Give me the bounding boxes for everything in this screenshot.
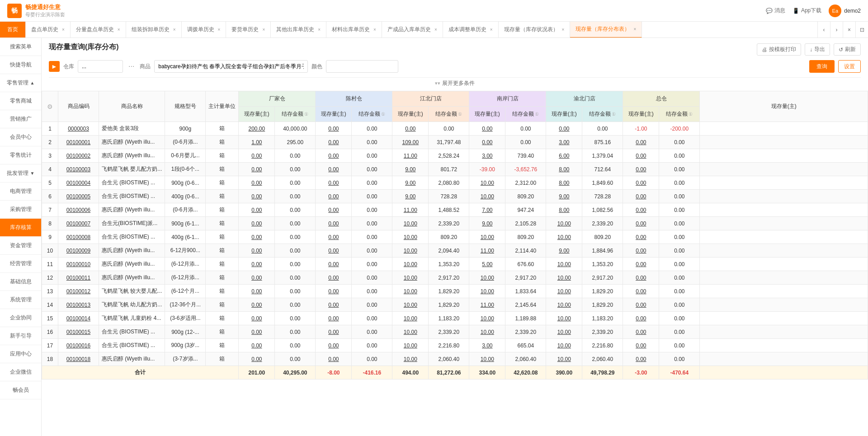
- cell-factory-amt: 0.00: [275, 339, 316, 352]
- messages-btn[interactable]: 💬 消息: [766, 7, 785, 14]
- cell-chenjia-qty: 0.00: [316, 163, 352, 176]
- tab-stock-status[interactable]: 现存量（库存状况表） ×: [499, 22, 571, 38]
- sidebar-item-quick-nav[interactable]: 快捷导航: [0, 56, 41, 74]
- close-icon[interactable]: ×: [318, 27, 321, 32]
- tab-cost-adjust[interactable]: 成本调整单历史 ×: [443, 22, 499, 38]
- cell-spec: (0-6月添...: [165, 203, 206, 217]
- cell-jiangbei-qty: 10.00: [392, 258, 429, 271]
- logo-title: 畅捷通好生意: [25, 3, 65, 11]
- sidebar-item-fund[interactable]: 资金管理: [0, 237, 41, 255]
- export-btn[interactable]: ↓ 导出: [805, 43, 830, 56]
- tab-prev-btn[interactable]: ‹: [817, 22, 830, 38]
- close-icon[interactable]: ×: [373, 27, 376, 32]
- sidebar-item-ops[interactable]: 经营管理: [0, 255, 41, 273]
- sidebar-item-search[interactable]: 搜索英单: [0, 38, 41, 56]
- cell-yubeimen-amt: 2,216.80: [582, 339, 623, 352]
- cell-jiangbei-qty: 10.00: [392, 312, 429, 325]
- cell-nanan-amt: 809.20: [505, 230, 546, 244]
- close-icon[interactable]: ×: [434, 27, 437, 32]
- cell-chenjia-amt: 0.00: [352, 244, 392, 258]
- sidebar-item-retail-stats[interactable]: 零售统计: [0, 146, 41, 164]
- tab-count-single[interactable]: 盘点单历史 ×: [26, 22, 71, 38]
- cell-code: 00100012: [58, 285, 99, 298]
- close-icon[interactable]: ×: [262, 27, 265, 32]
- cell-unit: 箱: [206, 203, 239, 217]
- query-btn[interactable]: 查询: [809, 60, 835, 73]
- sidebar-item-retail-mall[interactable]: 零售商城: [0, 92, 41, 110]
- cell-spec: 900g (3岁...: [165, 339, 206, 352]
- sidebar-item-sys[interactable]: 系统管理: [0, 291, 41, 309]
- tab-stock-dist[interactable]: 现存量（库存分布表） ×: [570, 22, 642, 38]
- tab-material-out[interactable]: 材料出库单历史 ×: [326, 22, 382, 38]
- logo-icon: 畅: [7, 4, 22, 18]
- cell-seq: 11: [42, 258, 58, 271]
- cell-total-amt: 0.00: [659, 271, 700, 285]
- tab-home[interactable]: 首页: [0, 22, 26, 38]
- tab-product-in[interactable]: 产成品入库单历史 ×: [382, 22, 443, 38]
- cell-yubeimen-amt: 2,060.40: [582, 352, 623, 366]
- settings-gear-icon[interactable]: ⚙: [47, 103, 53, 110]
- sidebar-item-stock-check[interactable]: 库存核算: [0, 219, 41, 237]
- settings-btn[interactable]: 设置: [838, 60, 861, 73]
- sidebar-item-app-center[interactable]: 应用中心: [0, 345, 41, 363]
- cell-yubeimen-qty: 9.00: [546, 244, 582, 258]
- sidebar-item-corp-wechat[interactable]: 企业微信: [0, 363, 41, 381]
- sidebar-item-marketing[interactable]: 营销推广: [0, 110, 41, 128]
- cell-spec: (3-7岁添...: [165, 352, 206, 366]
- cell-unit: 箱: [206, 258, 239, 271]
- filter-area: ► 仓库 ··· 商品 颜色 查询 设置: [49, 60, 861, 77]
- sidebar-item-member[interactable]: 会员中心: [0, 128, 41, 146]
- sidebar-item-purchase[interactable]: 采购管理: [0, 201, 41, 219]
- cell-total-amt: 0.00: [659, 163, 700, 176]
- sidebar-item-corp-collab[interactable]: 企业协同: [0, 309, 41, 327]
- tab-close-btn[interactable]: ×: [843, 22, 855, 38]
- cell-extra-qty: [700, 271, 868, 285]
- close-icon[interactable]: ×: [173, 27, 176, 32]
- cell-total-qty: 0.00: [623, 149, 659, 163]
- cell-jiangbei-amt: 2,528.24: [429, 149, 469, 163]
- cell-seq: 18: [42, 352, 58, 366]
- sidebar-item-ecom[interactable]: 电商管理: [0, 183, 41, 201]
- info-icon: ①: [304, 112, 308, 117]
- cell-unit: 箱: [206, 312, 239, 325]
- sidebar-item-vip[interactable]: 畅会员: [0, 381, 41, 399]
- summary-label: 合计: [42, 366, 239, 380]
- sidebar-item-new-guide[interactable]: 新手引导: [0, 327, 41, 345]
- cell-factory-qty: 0.00: [239, 217, 275, 230]
- tab-demand[interactable]: 要货单历史 ×: [226, 22, 271, 38]
- color-input[interactable]: [326, 60, 398, 73]
- tab-group-dismantle[interactable]: 组装拆卸单历史 ×: [126, 22, 182, 38]
- print-btn[interactable]: 🖨 按模板打印: [757, 43, 801, 56]
- tab-next-btn[interactable]: ›: [830, 22, 843, 38]
- cell-chenjia-amt: 0.00: [352, 325, 392, 339]
- cell-yubeimen-qty: 0.00: [546, 122, 582, 136]
- cell-yubeimen-amt: 809.20: [582, 230, 623, 244]
- tab-other-out[interactable]: 其他出库单历史 ×: [271, 22, 326, 38]
- cell-name: 惠氏启醇 (Wyeth illu...: [99, 271, 165, 285]
- app-download-btn[interactable]: 📱 App下载: [793, 7, 821, 14]
- tab-score-count[interactable]: 分量盘点单历史 ×: [71, 22, 126, 38]
- data-table: ⚙ 商品编码 商品名称 规格型号 主计量单位 厂家仓 陈村仓 江北门店 南岸门店…: [42, 91, 868, 380]
- tab-expand-btn[interactable]: ⊡: [855, 22, 868, 38]
- user-area[interactable]: Ea demo2: [829, 5, 861, 17]
- info-icon: ①: [612, 112, 616, 117]
- cell-code: 00100011: [58, 271, 99, 285]
- tab-bar: 首页 盘点单历史 × 分量盘点单历史 × 组装拆卸单历史 × 调拨单历史 × 要…: [0, 22, 868, 38]
- close-icon[interactable]: ×: [62, 27, 65, 32]
- warehouse-input[interactable]: [78, 60, 123, 73]
- sidebar-item-wholesale[interactable]: 批发管理 ▼: [0, 164, 41, 183]
- refresh-btn[interactable]: ↺ 刷新: [834, 43, 861, 56]
- expand-conditions[interactable]: ▾▾ 展开更多条件: [49, 77, 861, 91]
- close-icon[interactable]: ×: [633, 27, 636, 32]
- cell-total-amt: -200.00: [659, 122, 700, 136]
- cell-total-qty: 0.00: [623, 136, 659, 149]
- goods-input[interactable]: [154, 60, 308, 73]
- close-icon[interactable]: ×: [118, 27, 120, 32]
- filter-toggle-btn[interactable]: ►: [49, 61, 60, 72]
- close-icon[interactable]: ×: [562, 27, 565, 32]
- tab-transfer[interactable]: 调拨单历史 ×: [182, 22, 226, 38]
- close-icon[interactable]: ×: [218, 27, 221, 32]
- close-icon[interactable]: ×: [490, 27, 493, 32]
- sidebar-item-basic[interactable]: 基础信息: [0, 273, 41, 291]
- sidebar-item-retail-mgmt[interactable]: 零售管理 ▲: [0, 74, 41, 92]
